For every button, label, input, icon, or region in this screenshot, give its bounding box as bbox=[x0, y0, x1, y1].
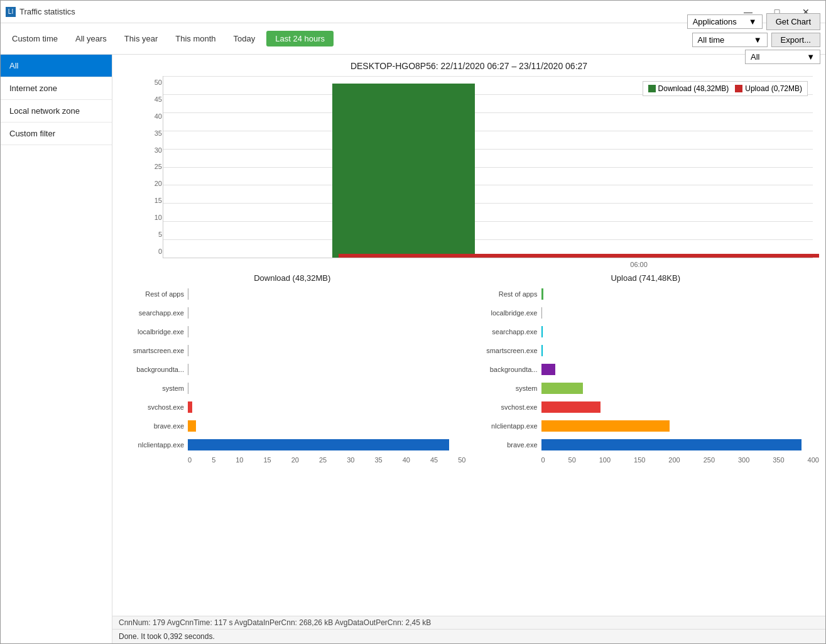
download-bar-chart: Download (48,32MB) Rest of appssearchapp… bbox=[119, 273, 466, 616]
list-item: smartscreen.exe bbox=[119, 342, 466, 359]
stats-text: CnnNum: 179 AvgCnnTime: 117 s AvgDataInP… bbox=[119, 618, 431, 627]
y-axis: 50 45 40 35 30 25 20 15 10 5 0 bbox=[144, 76, 162, 258]
tab-last-24-hours[interactable]: Last 24 hours bbox=[266, 31, 334, 46]
bar-label: backgroundta... bbox=[472, 366, 541, 373]
window-title: Traffic statistics bbox=[19, 7, 734, 16]
bar-track bbox=[188, 307, 466, 319]
bar-fill bbox=[541, 383, 583, 394]
gridline bbox=[163, 112, 813, 113]
bar-fill bbox=[541, 439, 802, 450]
gridline bbox=[163, 239, 813, 240]
bar-label: Rest of apps bbox=[119, 290, 188, 298]
main-area: All Internet zone Local network zone Cus… bbox=[1, 55, 825, 643]
bar-label: backgroundta... bbox=[119, 366, 188, 373]
sidebar-item-internet[interactable]: Internet zone bbox=[1, 77, 112, 100]
legend-upload-label: Upload (0,72MB) bbox=[745, 84, 802, 93]
list-item: Rest of apps bbox=[119, 285, 466, 303]
bar-track bbox=[541, 439, 820, 450]
tab-today[interactable]: Today bbox=[225, 23, 264, 54]
alltime-dropdown[interactable]: All time ▼ bbox=[692, 33, 768, 47]
bar-track bbox=[188, 383, 466, 394]
upload-x-axis: 0 50 100 150 200 250 300 350 400 bbox=[541, 455, 820, 464]
bar-label: system bbox=[472, 385, 541, 392]
gridline bbox=[163, 203, 813, 204]
bar-track bbox=[188, 364, 466, 375]
bar-fill bbox=[541, 345, 543, 356]
list-item: backgroundta... bbox=[472, 361, 820, 378]
list-item: searchapp.exe bbox=[119, 304, 466, 322]
upload-horiz-chart: Rest of appslocalbridge.exesearchapp.exe… bbox=[472, 285, 820, 455]
bar-label: searchapp.exe bbox=[119, 309, 188, 317]
bar-track bbox=[188, 345, 466, 356]
bar-fill bbox=[541, 307, 542, 319]
x-axis-label: 06:00 bbox=[465, 261, 813, 268]
time-tabs: Custom time All years This year This mon… bbox=[1, 23, 682, 54]
bar-track bbox=[188, 326, 466, 337]
done-text: Done. It took 0,392 seconds. bbox=[119, 632, 215, 641]
tab-this-month[interactable]: This month bbox=[166, 23, 224, 54]
tab-custom-time[interactable]: Custom time bbox=[3, 23, 67, 54]
export-button[interactable]: Export... bbox=[771, 33, 820, 47]
download-x-axis: 0 5 10 15 20 25 30 35 40 45 50 bbox=[188, 455, 466, 464]
bar-label: smartscreen.exe bbox=[472, 347, 541, 354]
toolbar-top-row: Applications ▼ Get Chart bbox=[687, 13, 820, 30]
list-item: svchost.exe bbox=[472, 398, 820, 416]
gridline bbox=[163, 131, 813, 131]
toolbar: Custom time All years This year This mon… bbox=[1, 23, 825, 55]
bar-fill bbox=[188, 364, 188, 375]
upload-chart-title: Upload (741,48KB) bbox=[472, 273, 820, 283]
upload-bar bbox=[339, 254, 819, 258]
bar-label: system bbox=[119, 385, 188, 392]
gridline bbox=[163, 167, 813, 168]
download-horiz-chart: Rest of appssearchapp.exelocalbridge.exe… bbox=[119, 285, 466, 455]
tab-this-year[interactable]: This year bbox=[116, 23, 166, 54]
list-item: system bbox=[119, 379, 466, 397]
legend-download-label: Download (48,32MB) bbox=[658, 84, 729, 93]
bar-fill bbox=[188, 420, 196, 432]
list-item: brave.exe bbox=[472, 436, 820, 454]
list-item: localbridge.exe bbox=[119, 323, 466, 341]
gridline bbox=[163, 76, 813, 77]
bar-fill bbox=[541, 364, 555, 375]
bar-label: brave.exe bbox=[472, 441, 541, 449]
bar-fill bbox=[188, 383, 188, 394]
bar-label: brave.exe bbox=[119, 422, 188, 430]
list-item: searchapp.exe bbox=[472, 323, 820, 341]
bar-track bbox=[188, 420, 466, 432]
gridline bbox=[163, 185, 813, 185]
bar-label: smartscreen.exe bbox=[119, 347, 188, 354]
list-item: system bbox=[472, 379, 820, 397]
sidebar: All Internet zone Local network zone Cus… bbox=[1, 55, 112, 643]
bar-fill bbox=[188, 288, 188, 300]
chart-gridlines bbox=[163, 76, 813, 258]
download-bar bbox=[332, 84, 475, 258]
tab-all-years[interactable]: All years bbox=[67, 23, 116, 54]
bar-fill bbox=[541, 420, 670, 432]
gridline bbox=[163, 149, 813, 150]
bar-label: svchost.exe bbox=[119, 403, 188, 411]
list-item: brave.exe bbox=[119, 417, 466, 435]
main-chart-section: DESKTOP-HGO8P56: 22/11/2020 06:27 – 23/1… bbox=[112, 55, 825, 268]
bar-track bbox=[541, 326, 820, 337]
bar-fill bbox=[541, 288, 543, 300]
bar-track bbox=[188, 401, 466, 413]
bar-label: nlclientapp.exe bbox=[472, 422, 541, 430]
status-done: Done. It took 0,392 seconds. bbox=[112, 629, 825, 643]
sidebar-item-local[interactable]: Local network zone bbox=[1, 100, 112, 123]
list-item: backgroundta... bbox=[119, 361, 466, 378]
bar-track bbox=[188, 288, 466, 300]
applications-dropdown[interactable]: Applications ▼ bbox=[687, 14, 763, 29]
bar-label: svchost.exe bbox=[472, 403, 541, 411]
bar-fill bbox=[188, 439, 449, 450]
list-item: svchost.exe bbox=[119, 398, 466, 416]
bar-label: searchapp.exe bbox=[472, 328, 541, 336]
sidebar-item-custom[interactable]: Custom filter bbox=[1, 123, 112, 145]
download-chart-title: Download (48,32MB) bbox=[119, 273, 466, 283]
stats-bar: CnnNum: 179 AvgCnnTime: 117 s AvgDataInP… bbox=[112, 616, 825, 629]
list-item: Rest of apps bbox=[472, 285, 820, 303]
bottom-charts: Download (48,32MB) Rest of appssearchapp… bbox=[112, 268, 825, 616]
list-item: localbridge.exe bbox=[472, 304, 820, 322]
get-chart-button[interactable]: Get Chart bbox=[766, 13, 820, 30]
bar-track bbox=[541, 401, 820, 413]
sidebar-item-all[interactable]: All bbox=[1, 55, 112, 77]
